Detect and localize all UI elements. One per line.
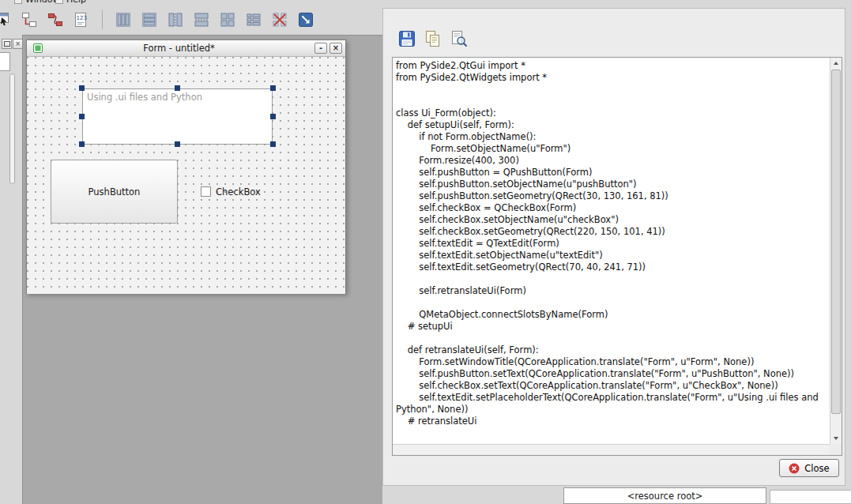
scroll-down-arrow-icon[interactable] xyxy=(830,433,842,444)
selection-handle-middle-left[interactable] xyxy=(79,114,85,119)
layout-vertical-icon[interactable] xyxy=(139,9,160,30)
checkbox-box[interactable] xyxy=(201,186,211,197)
form-file-icon xyxy=(33,43,43,53)
scrollbar-corner xyxy=(830,444,842,455)
close-button[interactable]: Close xyxy=(779,459,839,477)
selection-handle-top-right[interactable] xyxy=(270,85,276,91)
menu-window-label: Window xyxy=(25,0,59,5)
resource-root-label: <resource root> xyxy=(627,491,703,502)
menu-help-label: Help xyxy=(66,0,86,5)
selection-handle-bottom-right[interactable] xyxy=(270,141,276,147)
code-view: from PySide2.QtGui import * from PySide2… xyxy=(392,57,842,456)
layout-form-icon[interactable] xyxy=(243,9,264,30)
code-vertical-scrollbar[interactable] xyxy=(830,58,842,444)
vertical-scrollbar-thumb[interactable] xyxy=(831,70,841,414)
main-toolbar: 123 xyxy=(0,5,382,35)
window-menu-icon xyxy=(14,0,22,4)
edit-widgets-icon[interactable] xyxy=(0,9,13,30)
layout-horizontal-icon[interactable] xyxy=(113,9,134,30)
scroll-up-arrow-icon[interactable] xyxy=(830,58,842,69)
toolbar-separator xyxy=(102,10,103,29)
save-icon[interactable] xyxy=(397,29,416,48)
selection-handle-top-left[interactable] xyxy=(79,85,85,91)
menu-help[interactable]: Help xyxy=(55,0,86,5)
pushbutton-widget[interactable]: PushButton xyxy=(51,160,178,224)
menu-window[interactable]: Window xyxy=(14,0,59,5)
layout-split-vertical-icon[interactable] xyxy=(191,9,212,30)
svg-text:123: 123 xyxy=(77,15,87,21)
widgetbox-filter-fragment[interactable] xyxy=(0,52,10,71)
copy-icon[interactable] xyxy=(424,29,442,48)
resource-browser-fragment[interactable]: <resource root> xyxy=(563,487,766,504)
adjust-size-icon[interactable] xyxy=(296,9,316,30)
close-button-label: Close xyxy=(804,463,829,474)
form-editor-window: Form - untitled* - × Using .ui files and… xyxy=(26,39,346,294)
form-close-button[interactable]: × xyxy=(329,43,342,54)
widgetbox-scrollbar[interactable] xyxy=(9,73,15,184)
form-minimize-button[interactable]: - xyxy=(314,43,327,54)
edit-buddies-icon[interactable] xyxy=(45,9,66,30)
code-preview-dialog: from PySide2.QtGui import * from PySide2… xyxy=(382,8,845,486)
code-preview-text[interactable]: from PySide2.QtGui import * from PySide2… xyxy=(393,58,830,444)
selection-handle-middle-right[interactable] xyxy=(270,114,276,119)
left-dock-fragment: × xyxy=(0,35,22,504)
dock-float-icon[interactable] xyxy=(2,39,12,49)
selection-handle-bottom-middle[interactable] xyxy=(175,141,180,147)
textedit-widget[interactable]: Using .ui files and Python xyxy=(82,88,273,145)
form-canvas[interactable]: Using .ui files and Python PushButton Ch… xyxy=(27,57,345,294)
menubar: Window Help xyxy=(0,0,851,5)
edit-signals-slots-icon[interactable] xyxy=(19,9,40,30)
layout-split-horizontal-icon[interactable] xyxy=(165,9,186,30)
code-horizontal-scrollbar[interactable] xyxy=(393,444,830,455)
close-red-icon xyxy=(789,463,800,474)
checkbox-widget[interactable]: CheckBox xyxy=(201,175,281,208)
form-titlebar[interactable]: Form - untitled* - × xyxy=(27,40,345,57)
resource-browser-side-fragment xyxy=(770,490,851,504)
form-window-title: Form - untitled* xyxy=(46,43,312,54)
checkbox-label: CheckBox xyxy=(216,186,261,197)
layout-grid-icon[interactable] xyxy=(217,9,238,30)
selection-handle-top-middle[interactable] xyxy=(175,85,180,91)
code-dialog-toolbar xyxy=(397,29,469,48)
qt-designer-app: Window Help 123 xyxy=(0,0,851,504)
textedit-placeholder: Using .ui files and Python xyxy=(83,89,272,105)
help-menu-icon xyxy=(55,0,63,4)
edit-tab-order-icon[interactable]: 123 xyxy=(71,9,92,30)
break-layout-icon[interactable] xyxy=(269,9,290,30)
selection-handle-bottom-left[interactable] xyxy=(79,141,85,147)
find-icon[interactable] xyxy=(450,29,469,48)
